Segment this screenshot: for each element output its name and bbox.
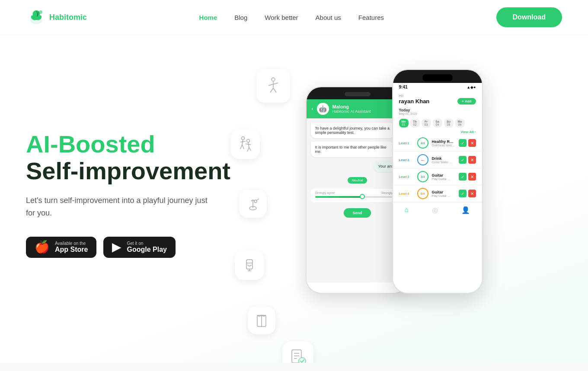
status-bar: 9:41 ▲◆● — [393, 83, 482, 91]
habits-greeting: Hi! — [399, 94, 476, 98]
svg-line-19 — [256, 199, 259, 200]
appstore-text: Available on the App Store — [55, 241, 88, 254]
habit-name-3: Guitar — [432, 173, 455, 178]
svg-point-2 — [272, 78, 275, 81]
svg-point-7 — [242, 137, 245, 140]
hero-subtitle: Let's turn self-improvement into a playf… — [26, 194, 216, 219]
svg-line-14 — [246, 144, 251, 145]
view-all-link[interactable]: View All › — [460, 130, 476, 134]
hero-title-rest: Self-improvement — [26, 157, 230, 184]
svg-rect-20 — [246, 260, 252, 269]
store-buttons: 🍎 Available on the App Store ▶ Get it on… — [26, 237, 230, 258]
svg-point-1 — [39, 10, 42, 14]
hero-title: AI-Boosted Self-improvement — [26, 131, 230, 184]
habit-check-3[interactable]: ✓ — [459, 173, 467, 181]
habit-x-4[interactable]: ✕ — [468, 190, 476, 197]
habit-check-1[interactable]: ✓ — [459, 139, 467, 147]
chat-avatar: 🤖 — [317, 103, 329, 115]
habits-phone: 9:41 ▲◆● Hi! rayan Khan + Add Today May … — [392, 69, 483, 294]
chat-slider-thumb[interactable] — [360, 194, 365, 199]
habit-x-3[interactable]: ✕ — [468, 173, 476, 181]
habit-progress-2: — — [417, 154, 428, 165]
week-day-fr[interactable]: Fr 03 — [422, 119, 431, 127]
week-day-we[interactable]: We 01 — [399, 119, 409, 127]
habit-level-4: Level 4 — [399, 192, 414, 195]
habit-info-1: Healthy Relationship... Overhead stretch… — [432, 140, 455, 147]
habit-progress-1: 4/4 — [417, 137, 428, 149]
habit-sub-1: Overhead stretch ... — [432, 144, 455, 147]
today-date: May 01, 2022 — [399, 112, 476, 115]
bottom-home-icon[interactable]: ⌂ — [405, 206, 409, 214]
habits-phone-notch — [393, 70, 482, 83]
habit-x-2[interactable]: ✕ — [468, 156, 476, 164]
hero-right: ‹ 🤖 Malong Habitomic AI Assistant To hav… — [230, 65, 562, 324]
google-play-icon: ▶ — [112, 241, 121, 253]
svg-line-10 — [240, 145, 242, 149]
chat-bot-msg-2: It is important to me that other people … — [311, 142, 395, 157]
chat-slider-area: Strongly agree Strongly dis... — [311, 189, 404, 202]
habit-info-4: Guitar Play Guitar ... — [432, 190, 455, 197]
habit-check-4[interactable]: ✓ — [459, 190, 467, 197]
week-row: We 01 Th 02 Fr 03 Sa 04 — [393, 117, 482, 129]
nav-about-us[interactable]: About us — [316, 14, 341, 21]
chat-send-button[interactable]: Send — [344, 208, 371, 218]
chat-slider-labels: Strongly agree Strongly dis... — [315, 191, 400, 194]
navbar: Habitomic Home Blog Work better About us… — [0, 0, 588, 35]
hero-left: AI-Boosted Self-improvement Let's turn s… — [26, 131, 230, 258]
week-day-su[interactable]: Su 05 — [444, 119, 454, 127]
nav-home[interactable]: Home — [199, 14, 217, 21]
habit-item-4: Level 4 0/4 Guitar Play Guitar ... ✓ ✕ — [393, 185, 482, 202]
bubble-yoga — [256, 69, 290, 103]
habit-sub-3: Play Guitar ... — [432, 178, 455, 181]
week-day-th[interactable]: Th 02 — [410, 119, 420, 127]
svg-line-16 — [249, 147, 251, 151]
logo-link[interactable]: Habitomic — [26, 7, 87, 28]
nav-work-better[interactable]: Work better — [265, 14, 298, 21]
hero-section: AI-Boosted Self-improvement Let's turn s… — [0, 35, 588, 363]
dynamic-island — [422, 74, 453, 81]
googleplay-text: Get it on Google Play — [127, 241, 166, 254]
nav-links: Home Blog Work better About us Features — [199, 14, 384, 21]
habits-today-section: Today May 01, 2022 — [393, 106, 482, 117]
habit-check-2[interactable]: ✓ — [459, 156, 467, 164]
appstore-sub: Available on the — [55, 241, 88, 246]
hero-title-ai: AI-Boosted — [26, 130, 155, 158]
nav-blog[interactable]: Blog — [234, 14, 247, 21]
habit-name-4: Guitar — [432, 190, 455, 194]
habits-header: Hi! rayan Khan + Add — [393, 91, 482, 106]
nav-features[interactable]: Features — [358, 14, 384, 21]
chat-back-icon[interactable]: ‹ — [312, 106, 313, 112]
svg-line-11 — [242, 145, 244, 149]
bottom-stats-icon[interactable]: ◎ — [432, 206, 438, 214]
bubble-clean — [239, 190, 267, 218]
today-label: Today — [399, 108, 476, 112]
habit-item-2: Level 2 — Drink Come Water ... ✓ ✕ — [393, 152, 482, 168]
habit-info-2: Drink Come Water ... — [432, 156, 455, 164]
logo-text: Habitomic — [49, 13, 87, 22]
habit-item-1: Level 1 4/4 Healthy Relationship... Over… — [393, 135, 482, 152]
phone-bottom-bar: ⌂ ◎ 👤 — [393, 202, 482, 218]
apple-icon: 🍎 — [35, 241, 50, 253]
habit-sub-4: Play Guitar ... — [432, 194, 455, 197]
habit-progress-3: 3/4 — [417, 171, 428, 182]
bottom-section — [0, 363, 588, 371]
download-button[interactable]: Download — [496, 7, 562, 27]
bottom-profile-icon[interactable]: 👤 — [461, 206, 470, 214]
habit-sub-2: Come Water ... — [432, 161, 455, 164]
habit-actions-2: ✓ ✕ — [459, 156, 476, 164]
habits-username: rayan Khan — [399, 98, 430, 105]
habit-x-1[interactable]: ✕ — [468, 139, 476, 147]
svg-line-6 — [273, 88, 276, 92]
habit-item-3: Level 3 3/4 Guitar Play Guitar ... ✓ ✕ — [393, 168, 482, 185]
week-day-mo[interactable]: Mo 06 — [455, 119, 465, 127]
habits-add-button[interactable]: + Add — [457, 98, 476, 105]
habit-actions-4: ✓ ✕ — [459, 190, 476, 197]
habit-name-2: Drink — [432, 156, 455, 161]
week-day-sa[interactable]: Sa 04 — [433, 119, 442, 127]
chat-bot-msg-1: To have a delightful journey, you can ta… — [311, 123, 395, 138]
appstore-button[interactable]: 🍎 Available on the App Store — [26, 237, 96, 258]
bubble-book — [248, 307, 275, 334]
chat-slider-track — [315, 196, 400, 198]
habit-progress-4: 0/4 — [417, 188, 428, 199]
googleplay-button[interactable]: ▶ Get it on Google Play — [103, 237, 175, 258]
